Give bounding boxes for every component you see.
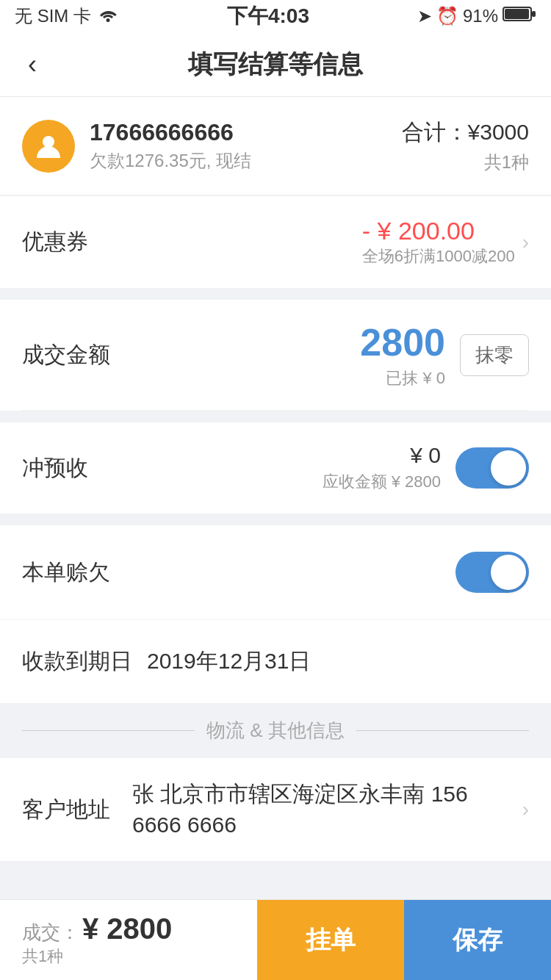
- duedate-row: 收款到期日 2019年12月31日: [0, 620, 551, 703]
- pending-button[interactable]: 挂单: [257, 900, 404, 981]
- coupon-description: 全场6折满1000减200: [362, 245, 515, 267]
- back-button[interactable]: ‹: [21, 42, 44, 87]
- customer-debt: 欠款1276.35元, 现结: [90, 149, 251, 173]
- toggle-knob: [491, 450, 526, 486]
- row-divider-2: [22, 410, 529, 411]
- bottom-bar: 成交： ¥ 2800 共1种 挂单 保存: [0, 899, 551, 980]
- duedate-label: 收款到期日: [22, 646, 132, 677]
- divider-line-left: [22, 730, 195, 731]
- status-bar: 无 SIM 卡 下午4:03 ➤ ⏰ 91%: [0, 0, 551, 32]
- coupon-row[interactable]: 优惠券 - ¥ 200.00 全场6折满1000减200 ›: [0, 195, 551, 288]
- status-left: 无 SIM 卡: [15, 4, 119, 28]
- transaction-section: 成交金额 2800 已抹 ¥ 0 抹零: [0, 300, 551, 411]
- prereceive-sub: 应收金额 ¥ 2800: [323, 471, 441, 493]
- bottom-count: 共1种: [22, 945, 235, 968]
- transaction-amount: 2800: [360, 320, 445, 364]
- battery-percent: 91%: [463, 6, 498, 26]
- address-label: 客户地址: [22, 795, 110, 825]
- prereceive-toggle[interactable]: [455, 447, 529, 489]
- divider-line-right: [356, 730, 529, 731]
- debt-row: 本单赊欠: [0, 525, 551, 619]
- battery-icon: [503, 5, 536, 27]
- avatar: [22, 120, 75, 173]
- customer-section: 17666666666 欠款1276.35元, 现结 合计：¥3000 共1种 …: [0, 97, 551, 288]
- svg-rect-1: [532, 11, 536, 17]
- transaction-label: 成交金额: [22, 340, 110, 370]
- customer-row: 17666666666 欠款1276.35元, 现结 合计：¥3000 共1种: [0, 97, 551, 195]
- coupon-amount: - ¥ 200.00: [362, 217, 515, 245]
- prereceive-label: 冲预收: [22, 453, 88, 483]
- location-icon: ➤: [417, 6, 432, 26]
- svg-rect-2: [505, 9, 529, 19]
- round-button[interactable]: 抹零: [460, 334, 529, 376]
- status-right: ➤ ⏰ 91%: [417, 5, 536, 27]
- debt-section: 本单赊欠 收款到期日 2019年12月31日: [0, 525, 551, 703]
- coupon-label: 优惠券: [22, 227, 88, 257]
- bottom-summary: 成交： ¥ 2800 共1种: [0, 912, 257, 968]
- sim-status: 无 SIM 卡: [15, 4, 91, 28]
- nav-bar: ‹ 填写结算等信息: [0, 32, 551, 97]
- prereceive-amount: ¥ 0: [323, 443, 441, 468]
- customer-phone: 17666666666: [90, 119, 251, 146]
- total-amount: 合计：¥3000: [402, 118, 529, 148]
- deal-label: 成交：: [22, 920, 79, 945]
- debt-toggle-knob: [491, 555, 526, 590]
- svg-point-3: [43, 136, 54, 148]
- transaction-row: 成交金额 2800 已抹 ¥ 0 抹零: [22, 300, 529, 410]
- chevron-right-icon: ›: [522, 231, 529, 254]
- page-title: 填写结算等信息: [188, 48, 363, 82]
- prereceive-row: 冲预收 ¥ 0 应收金额 ¥ 2800: [0, 422, 551, 514]
- bottom-amount: ¥ 2800: [82, 912, 172, 945]
- address-row[interactable]: 客户地址 张 北京市市辖区海淀区永丰南 156 6666 6666 ›: [0, 758, 551, 861]
- transaction-sub: 已抹 ¥ 0: [360, 367, 445, 389]
- status-time: 下午4:03: [227, 2, 309, 30]
- alarm-icon: ⏰: [436, 6, 458, 26]
- duedate-value: 2019年12月31日: [147, 646, 311, 677]
- address-chevron-icon: ›: [522, 798, 529, 821]
- debt-toggle[interactable]: [455, 552, 529, 593]
- debt-label: 本单赊欠: [22, 558, 110, 588]
- address-value: 张 北京市市辖区海淀区永丰南 156 6666 6666: [132, 779, 522, 840]
- item-count: 共1种: [402, 151, 529, 174]
- logistics-label: 物流 & 其他信息: [206, 718, 345, 743]
- customer-total: 合计：¥3000 共1种: [402, 118, 529, 174]
- wifi-icon: [97, 6, 119, 26]
- save-button[interactable]: 保存: [404, 900, 551, 981]
- address-section: 客户地址 张 北京市市辖区海淀区永丰南 156 6666 6666 ›: [0, 758, 551, 861]
- logistics-divider: 物流 & 其他信息: [0, 703, 551, 758]
- prereceive-section: 冲预收 ¥ 0 应收金额 ¥ 2800: [0, 422, 551, 514]
